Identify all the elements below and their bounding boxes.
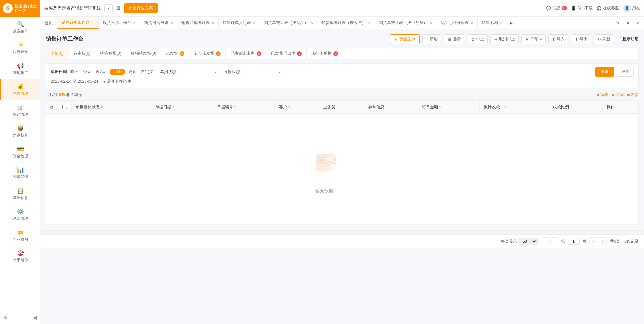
tab-refresh-btn[interactable]: ↻ — [613, 18, 622, 28]
date-opt-custom[interactable]: 自定义 — [140, 68, 155, 75]
import-btn[interactable]: ⬆ 导入 — [548, 34, 568, 44]
settings-col-icon[interactable]: ⚙ — [50, 105, 54, 110]
tab-close-by-product[interactable]: ✕ — [310, 21, 313, 25]
experience-btn[interactable]: 体验行业方案 — [124, 3, 158, 13]
tab-cash-reconcile[interactable]: 钱货日清对账 ✕ — [140, 17, 177, 29]
sidebar-item-basic-info[interactable]: 📋 基础信息 — [0, 184, 40, 204]
message-action[interactable]: 💬 消息 6 — [546, 5, 567, 11]
cancel-stop-btn[interactable]: ↩ 取消中止 — [490, 34, 519, 44]
tab-close-sales-order[interactable]: ✕ — [92, 21, 94, 24]
tab-close-sales-exec[interactable]: ✕ — [253, 21, 256, 25]
date-opt-today[interactable]: 今天 — [82, 68, 92, 75]
expand-filter-btn[interactable]: ▾ 展开更多条件 — [103, 79, 131, 84]
tab-cash-daily[interactable]: 钱货日清工作台 ✕ — [99, 17, 140, 29]
export-btn[interactable]: ⬇ 导出 — [571, 34, 591, 44]
show-detail-checkbox-wrapper[interactable]: 显示明细 — [617, 36, 639, 42]
tab-close-sales-stats[interactable]: ✕ — [212, 21, 214, 25]
refresh-btn[interactable]: ↻ 刷新 — [594, 34, 614, 44]
sidebar-item-quick-nav[interactable]: ⚡ 快捷导航 — [0, 38, 40, 58]
stop-btn[interactable]: ⊘ 中止 — [468, 34, 488, 44]
prev-page-btn[interactable]: ‹ — [550, 237, 558, 245]
sort-number[interactable]: 单据编号 ⇅ — [217, 104, 270, 110]
sort-customer[interactable]: 客户 ⇅ — [279, 104, 315, 110]
sort-date[interactable]: 单据日期 ⇅ — [155, 104, 209, 110]
sidebar-item-search[interactable]: 🔍 搜索菜单 — [0, 17, 40, 38]
horizontal-scrollbar[interactable] — [40, 230, 644, 234]
tab-sales-order[interactable]: 销售订单工作台 ✕ — [57, 17, 99, 29]
tab-close-profit[interactable]: ✕ — [471, 21, 473, 25]
sidebar-item-finance[interactable]: 💳 资金管理 — [0, 142, 40, 163]
sub-tab-pending-review[interactable]: 待审核(0) — [69, 48, 96, 59]
next-page-btn[interactable]: › — [589, 237, 597, 245]
sub-tab-expired[interactable]: 到期未发货 0 — [189, 48, 226, 59]
tab-sales-by-product[interactable]: 销货单统计表（按商品） ✕ — [260, 17, 317, 29]
date-opt-1month[interactable]: 近1月 — [110, 69, 125, 75]
sidebar-item-marketing[interactable]: 📢 营销推广 — [0, 58, 40, 79]
sub-tab-wangpu[interactable]: 旺铺待发货(0) — [126, 48, 161, 59]
system-dropdown[interactable]: ▾ — [104, 4, 113, 12]
page-number-input[interactable] — [568, 238, 580, 245]
select-all-checkbox[interactable] — [62, 105, 67, 109]
export-label: 导出 — [579, 36, 588, 42]
payment-select[interactable] — [242, 68, 282, 76]
show-detail-checkbox[interactable] — [617, 37, 621, 41]
tab-sales-by-customer[interactable]: 销货单统计表（按客户） ✕ — [317, 17, 375, 29]
tab-close-cash-reconcile[interactable]: ✕ — [170, 21, 173, 25]
sidebar-item-purchase[interactable]: 🛒 采购管理 — [0, 100, 40, 121]
sub-tab-shipped-out[interactable]: 已发货已出库 0 — [266, 48, 307, 59]
sort-status[interactable]: 单据整体状态 ⇅ — [76, 104, 147, 110]
date-opt-7days[interactable]: 近7天 — [94, 68, 108, 75]
sidebar-item-sales[interactable]: 💰 销售管理 — [0, 79, 40, 100]
sidebar-item-system[interactable]: ⚙️ 系统管理 — [0, 204, 40, 225]
tab-more-btn[interactable]: ▶ — [507, 17, 515, 29]
cancel-review-action-btn[interactable]: 弃审 — [612, 92, 624, 98]
tab-profit-analysis[interactable]: 商品毛利分析表 ✕ — [436, 17, 478, 29]
print-btn[interactable]: 🖨 打印 ▾ — [521, 34, 546, 44]
sort-amount[interactable]: 订单金额 ⇅ — [422, 104, 475, 110]
date-opt-more[interactable]: 更多 — [127, 68, 138, 75]
date-opt-yesterday[interactable]: 昨天 — [69, 68, 80, 75]
tab-close-by-customer[interactable]: ✕ — [368, 21, 371, 25]
sub-tab-pending-review-label: 待审核(0) — [74, 51, 91, 56]
review-action-btn[interactable]: 审核 — [597, 92, 608, 98]
sub-tab-shipped-not-out[interactable]: 已发货未出库 0 — [226, 48, 266, 59]
tab-by-staff-label: 销货单统计表（按业务员） — [379, 20, 427, 26]
tab-close-all-btn[interactable]: ✕ — [623, 18, 633, 28]
collapse-icon[interactable]: ◀ — [33, 314, 37, 321]
sidebar-item-cooperation[interactable]: 🤝 企业协同 — [0, 225, 40, 246]
tab-home[interactable]: 首页 — [40, 17, 57, 29]
sub-tab-pending-inspect[interactable]: 待拣验货(0) — [95, 48, 126, 59]
delete-btn[interactable]: 🗑 删除 — [444, 34, 465, 44]
tab-close-sales-profit[interactable]: ✕ — [500, 21, 503, 25]
settings-icon[interactable]: ⚙ — [3, 314, 8, 321]
tab-sales-stats[interactable]: 销售订单统计表 ✕ — [177, 17, 219, 29]
empty-text: 暂无数据 — [315, 188, 333, 194]
settings-gear-icon[interactable]: ⚙ — [116, 5, 121, 11]
last-page-btn[interactable]: » — [599, 237, 607, 245]
tab-expand-btn[interactable]: ⤢ — [633, 18, 643, 28]
add-btn[interactable]: + 新增 — [422, 34, 441, 44]
sub-tab-not-printed[interactable]: 未打印单据 0 — [307, 48, 343, 59]
app-download-action[interactable]: 📱 App下载 — [571, 5, 593, 11]
tab-sales-profit[interactable]: 销售毛利 ✕ — [478, 17, 507, 29]
filter-setting-btn[interactable]: 设置 — [617, 67, 634, 77]
tab-sales-exec[interactable]: 销售订单执行表 ✕ — [219, 17, 260, 29]
sub-tab-not-shipped[interactable]: 未发货 0 — [161, 48, 189, 59]
user-action[interactable]: 👤 用友 — [623, 5, 640, 12]
ship-action-btn[interactable]: 发货 — [627, 92, 639, 98]
tab-close-by-staff[interactable]: ✕ — [429, 21, 432, 25]
first-page-btn[interactable]: « — [541, 237, 549, 245]
svg-rect-3 — [317, 159, 325, 161]
online-service-action[interactable]: 🎧 在线客服 — [597, 5, 619, 11]
sort-collected[interactable]: 累计收款... ⇅ — [484, 104, 545, 110]
tab-sales-by-staff[interactable]: 销货单统计表（按业务员） ✕ — [375, 17, 436, 29]
sidebar-item-operations[interactable]: 📊 经营管理 — [0, 163, 40, 184]
per-page-select[interactable]: 10 20 50 100 — [519, 238, 538, 245]
tab-close-cash-daily[interactable]: ✕ — [133, 21, 136, 25]
smart-btn[interactable]: ★ 智能生单 — [390, 34, 420, 44]
query-btn[interactable]: 查询 — [595, 67, 614, 77]
status-select[interactable] — [178, 68, 218, 76]
sub-tab-all[interactable]: 全部(0) — [46, 48, 69, 59]
sidebar-item-guide[interactable]: 🎯 新手引导 — [0, 246, 40, 267]
sidebar-item-inventory[interactable]: 📦 库存核算 — [0, 121, 40, 142]
